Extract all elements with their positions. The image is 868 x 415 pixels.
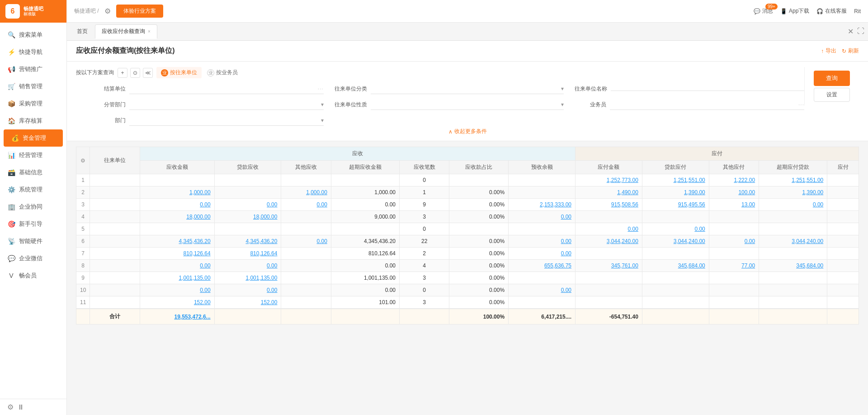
cell-value[interactable]: 3,044,240.00 — [759, 235, 827, 248]
sidebar-item-quicknav[interactable]: ⚡快捷导航 — [0, 43, 66, 61]
collapse-icon[interactable]: ⏸ — [17, 403, 24, 411]
cell-value[interactable]: 655,636.75 — [509, 260, 576, 272]
scheme-by-partner[interactable]: 业 按往来单位 — [156, 67, 202, 78]
cell-value[interactable]: 0.00 — [140, 199, 214, 211]
table-wrapper[interactable]: ⚙ 往来单位 应收 应付 应收金额 贷款应收 其他应收 超期应收金额 应收笔数 … — [76, 147, 859, 324]
partner-category-input[interactable]: ▾ — [371, 84, 564, 94]
setup-button[interactable]: 设置 — [814, 88, 850, 102]
cell-value[interactable]: 915,508.56 — [576, 199, 642, 211]
cell-value[interactable]: 152.00 — [140, 296, 214, 309]
cell-value[interactable]: 18,000.00 — [140, 211, 214, 223]
cell-value[interactable]: 0.00 — [759, 199, 827, 211]
query-button[interactable]: 查询 — [814, 71, 850, 86]
cell-value[interactable]: 0.00 — [281, 199, 331, 211]
cell-value[interactable]: 1,252,773.00 — [576, 174, 642, 186]
edit-scheme-btn[interactable]: ⊙ — [130, 68, 140, 78]
cell-value[interactable]: 0.00 — [140, 260, 214, 272]
add-scheme-btn[interactable]: + — [118, 68, 127, 78]
cell-value[interactable]: 0.00 — [140, 284, 214, 296]
cell-value[interactable]: 0.00 — [214, 199, 281, 211]
cell-value[interactable]: 13.00 — [709, 199, 759, 211]
cell-value[interactable]: 152.00 — [214, 296, 281, 309]
app-download-action[interactable]: 📱 App下载 — [780, 7, 809, 15]
cell-value[interactable]: 0.00 — [281, 235, 331, 248]
collapse-button[interactable]: ∧ 收起更多条件 — [448, 128, 487, 135]
sidebar-item-member[interactable]: V畅会员 — [0, 267, 66, 284]
sidebar-item-basic[interactable]: 🗃️基础信息 — [0, 164, 66, 181]
cell-value[interactable]: 0.00 — [509, 284, 576, 296]
sidebar-item-sales[interactable]: 🛒销售管理 — [0, 78, 66, 95]
window-expand-icon[interactable]: ⛶ — [857, 27, 864, 36]
cell-value[interactable]: 810,126.64 — [140, 248, 214, 260]
cell-value[interactable]: 4,345,436.20 — [140, 235, 214, 248]
cell-value[interactable]: 0.00 — [576, 223, 642, 235]
sidebar-item-wechat[interactable]: 💬企业微信 — [0, 250, 66, 267]
sidebar-item-finance[interactable]: 💰资金管理 — [4, 129, 63, 147]
sidebar-item-search[interactable]: 🔍搜索菜单 — [0, 26, 66, 43]
cell-value[interactable]: 1,251,551.00 — [642, 174, 709, 186]
cell-value[interactable]: 1,001,135.00 — [140, 272, 214, 284]
cell-value[interactable]: 0.00 — [709, 235, 759, 248]
cell-value[interactable]: 0.00 — [214, 260, 281, 272]
sidebar-item-inventory[interactable]: 🏠库存核算 — [0, 112, 66, 129]
cell-value[interactable]: 345,684.00 — [642, 260, 709, 272]
cell-value[interactable]: 0.00 — [509, 211, 576, 223]
row-no: 11 — [76, 296, 90, 309]
scheme-by-salesman[interactable]: 业 按业务员 — [204, 67, 241, 78]
tab-home[interactable]: 首页 — [71, 25, 94, 38]
footer-ar-amount[interactable]: 19,553,472,6... — [140, 309, 214, 324]
sidebar-item-marketing[interactable]: 📢营销推广 — [0, 61, 66, 78]
cell-value[interactable]: 100.00 — [709, 186, 759, 199]
promo-button[interactable]: 体验行业方案 — [116, 5, 163, 18]
cell-value[interactable]: 1,490.00 — [576, 186, 642, 199]
online-service-action[interactable]: 🎧 在线客服 — [816, 7, 847, 15]
user-menu[interactable]: Rit — [854, 8, 861, 14]
table-settings-icon[interactable]: ⚙ — [76, 147, 90, 174]
cell-value[interactable]: 0.00 — [214, 284, 281, 296]
sidebar-item-operations[interactable]: 📊经营管理 — [0, 147, 66, 164]
settlement-unit-input[interactable]: ··· — [129, 84, 324, 94]
cell-value[interactable]: 0.00 — [642, 223, 709, 235]
cell-value[interactable]: 1,251,551.00 — [759, 174, 827, 186]
cell-value[interactable]: 77.00 — [709, 260, 759, 272]
export-button[interactable]: ↑ 导出 — [821, 47, 836, 55]
refresh-button[interactable]: ↻ 刷新 — [842, 47, 859, 55]
cell-value[interactable]: 345,761.00 — [576, 260, 642, 272]
dept-manager-input[interactable]: ▾ — [129, 100, 324, 110]
message-action[interactable]: 💬 消息 99+ — [754, 7, 773, 15]
cell-value[interactable]: 1,000.00 — [281, 186, 331, 199]
partner-name-input[interactable] — [611, 87, 804, 91]
cell-value[interactable]: 4,345,436.20 — [214, 235, 281, 248]
cell-value[interactable]: 1,000.00 — [140, 186, 214, 199]
dept-input[interactable]: ▾ — [129, 115, 324, 126]
tab-ar-ap[interactable]: 应收应付余额查询 × — [95, 24, 157, 39]
cell-value[interactable]: 3,044,240.00 — [642, 235, 709, 248]
cell-value[interactable]: 915,495.56 — [642, 199, 709, 211]
prev-scheme-btn[interactable]: ≪ — [143, 68, 153, 78]
sidebar-item-hardware[interactable]: 📡智能硬件 — [0, 233, 66, 250]
sidebar-item-enterprise[interactable]: 🏢企业协同 — [0, 198, 66, 215]
settings-icon[interactable]: ⚙ — [7, 403, 14, 411]
scheme-partner-icon: 业 — [161, 69, 168, 76]
cell-value[interactable]: 2,153,333.00 — [509, 199, 576, 211]
cell-value[interactable]: 1,001,135.00 — [214, 272, 281, 284]
sidebar-item-system[interactable]: ⚙️系统管理 — [0, 181, 66, 198]
salesman-input[interactable]: ··· — [610, 100, 804, 110]
topbar-gear-icon[interactable]: ⚙ — [104, 7, 111, 15]
tab-close-icon[interactable]: × — [148, 29, 151, 34]
window-close-icon[interactable]: ✕ — [848, 27, 854, 36]
cell-value[interactable]: 345,684.00 — [759, 260, 827, 272]
sidebar-item-purchase[interactable]: 📦采购管理 — [0, 95, 66, 112]
cell-value[interactable]: 0.00 — [509, 235, 576, 248]
cell-value[interactable]: 18,000.00 — [214, 211, 281, 223]
cell-value[interactable]: 1,390.00 — [642, 186, 709, 199]
sidebar-label-quicknav: 快捷导航 — [19, 48, 42, 56]
cell-value[interactable]: 1,222.00 — [709, 174, 759, 186]
cell-value[interactable]: 1,390.00 — [759, 186, 827, 199]
partner-nature-input[interactable]: ▾ — [371, 100, 564, 110]
field-partner-category: 往来单位分类 ▾ — [335, 84, 564, 94]
cell-value[interactable]: 810,126.64 — [214, 248, 281, 260]
cell-value[interactable]: 0.00 — [509, 248, 576, 260]
sidebar-item-guide[interactable]: 🎯新手引导 — [0, 215, 66, 233]
cell-value[interactable]: 3,044,240.00 — [576, 235, 642, 248]
